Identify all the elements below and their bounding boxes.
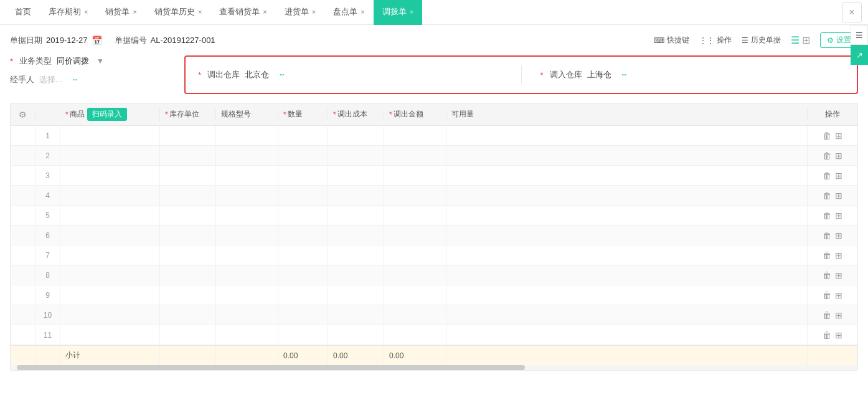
- table-settings-icon[interactable]: ⚙: [19, 110, 27, 120]
- row-5-unit[interactable]: [160, 206, 216, 225]
- row-1-unit[interactable]: [160, 126, 216, 145]
- row-8-qty[interactable]: [278, 265, 328, 285]
- row-1-spec[interactable]: [216, 126, 278, 145]
- row-2-amount[interactable]: [384, 146, 446, 165]
- row-3-spec[interactable]: [216, 166, 278, 185]
- row-10-product[interactable]: [60, 305, 160, 325]
- row-2-spec[interactable]: [216, 146, 278, 165]
- tab-close-transfer[interactable]: ×: [410, 8, 413, 16]
- row-7-delete-icon[interactable]: 🗑: [823, 250, 831, 260]
- row-11-qty[interactable]: [278, 325, 328, 345]
- scroll-thumb[interactable]: [17, 365, 525, 370]
- row-9-qty[interactable]: [278, 285, 328, 305]
- row-9-unit[interactable]: [160, 285, 216, 305]
- row-6-cost[interactable]: [328, 226, 384, 245]
- row-1-avail[interactable]: [446, 126, 808, 145]
- row-1-delete-icon[interactable]: 🗑: [823, 131, 831, 141]
- row-10-qty[interactable]: [278, 305, 328, 325]
- tab-close-inventory-init[interactable]: ×: [84, 8, 88, 16]
- row-5-spec[interactable]: [216, 206, 278, 225]
- row-11-delete-icon[interactable]: 🗑: [823, 330, 831, 340]
- tab-view-sales[interactable]: 查看销货单 ×: [210, 0, 275, 25]
- row-8-cost[interactable]: [328, 265, 384, 285]
- business-type-value[interactable]: 同价调拨: [57, 55, 89, 67]
- row-2-product[interactable]: [60, 146, 160, 165]
- row-11-cost[interactable]: [328, 325, 384, 345]
- person-more-button[interactable]: ···: [72, 74, 77, 85]
- row-7-copy-icon[interactable]: ⊞: [835, 250, 842, 260]
- row-5-delete-icon[interactable]: 🗑: [823, 211, 831, 221]
- horizontal-scrollbar[interactable]: [11, 365, 857, 370]
- row-4-spec[interactable]: [216, 186, 278, 205]
- row-6-avail[interactable]: [446, 226, 808, 245]
- row-11-avail[interactable]: [446, 325, 808, 345]
- row-4-amount[interactable]: [384, 186, 446, 205]
- row-2-unit[interactable]: [160, 146, 216, 165]
- row-1-copy-icon[interactable]: ⊞: [835, 131, 842, 141]
- tab-close-purchase[interactable]: ×: [312, 8, 316, 16]
- th-settings[interactable]: ⚙: [11, 110, 35, 120]
- out-warehouse-more-button[interactable]: ···: [279, 69, 283, 80]
- row-6-unit[interactable]: [160, 226, 216, 245]
- row-6-delete-icon[interactable]: 🗑: [823, 231, 831, 240]
- row-5-cost[interactable]: [328, 206, 384, 225]
- tab-close-sales-order[interactable]: ×: [133, 8, 136, 16]
- layout-icon-1[interactable]: ☰: [791, 34, 800, 46]
- tab-sales-history[interactable]: 销货单历史 ×: [146, 0, 210, 25]
- row-9-copy-icon[interactable]: ⊞: [835, 290, 842, 300]
- row-1-product[interactable]: [60, 126, 160, 145]
- out-warehouse-value[interactable]: 北京仓: [245, 69, 269, 80]
- row-6-product[interactable]: [60, 226, 160, 245]
- row-6-amount[interactable]: [384, 226, 446, 245]
- shortcuts-action[interactable]: ⌨ 快捷键: [654, 35, 689, 45]
- scan-barcode-button[interactable]: 扫码录入: [87, 108, 127, 121]
- row-3-avail[interactable]: [446, 166, 808, 185]
- row-10-delete-icon[interactable]: 🗑: [823, 310, 831, 320]
- row-2-avail[interactable]: [446, 146, 808, 165]
- calendar-icon[interactable]: 📅: [92, 36, 102, 45]
- row-2-qty[interactable]: [278, 146, 328, 165]
- row-5-product[interactable]: [60, 206, 160, 225]
- row-3-cost[interactable]: [328, 166, 384, 185]
- row-8-delete-icon[interactable]: 🗑: [823, 270, 831, 280]
- row-4-copy-icon[interactable]: ⊞: [835, 191, 842, 201]
- tab-close-sales-history[interactable]: ×: [198, 8, 202, 16]
- tab-home[interactable]: 首页: [6, 0, 40, 25]
- row-3-delete-icon[interactable]: 🗑: [823, 171, 831, 181]
- person-input[interactable]: 选择...: [39, 74, 62, 85]
- row-10-copy-icon[interactable]: ⊞: [835, 310, 842, 320]
- row-3-product[interactable]: [60, 166, 160, 185]
- tab-sales-order[interactable]: 销货单 ×: [97, 0, 145, 25]
- tab-inventory-check[interactable]: 盘点单 ×: [324, 0, 373, 25]
- history-action[interactable]: ☰ 历史单据: [742, 35, 781, 45]
- row-11-amount[interactable]: [384, 325, 446, 345]
- row-6-copy-icon[interactable]: ⊞: [835, 231, 842, 240]
- tab-purchase[interactable]: 进货单 ×: [276, 0, 324, 25]
- row-8-copy-icon[interactable]: ⊞: [835, 270, 842, 280]
- row-7-product[interactable]: [60, 245, 160, 265]
- row-9-amount[interactable]: [384, 285, 446, 305]
- row-8-spec[interactable]: [216, 265, 278, 285]
- layout-icon-2[interactable]: ⊞: [802, 34, 810, 46]
- row-4-cost[interactable]: [328, 186, 384, 205]
- row-7-cost[interactable]: [328, 245, 384, 265]
- row-7-avail[interactable]: [446, 245, 808, 265]
- row-1-cost[interactable]: [328, 126, 384, 145]
- row-3-qty[interactable]: [278, 166, 328, 185]
- row-11-copy-icon[interactable]: ⊞: [835, 330, 842, 340]
- row-11-unit[interactable]: [160, 325, 216, 345]
- row-4-product[interactable]: [60, 186, 160, 205]
- tab-close-inventory-check[interactable]: ×: [361, 8, 364, 16]
- row-8-unit[interactable]: [160, 265, 216, 285]
- row-2-cost[interactable]: [328, 146, 384, 165]
- row-10-cost[interactable]: [328, 305, 384, 325]
- row-7-amount[interactable]: [384, 245, 446, 265]
- row-2-delete-icon[interactable]: 🗑: [823, 151, 831, 161]
- row-4-qty[interactable]: [278, 186, 328, 205]
- row-4-avail[interactable]: [446, 186, 808, 205]
- row-9-cost[interactable]: [328, 285, 384, 305]
- row-9-delete-icon[interactable]: 🗑: [823, 290, 831, 300]
- row-1-qty[interactable]: [278, 126, 328, 145]
- row-4-unit[interactable]: [160, 186, 216, 205]
- row-4-delete-icon[interactable]: 🗑: [823, 191, 831, 201]
